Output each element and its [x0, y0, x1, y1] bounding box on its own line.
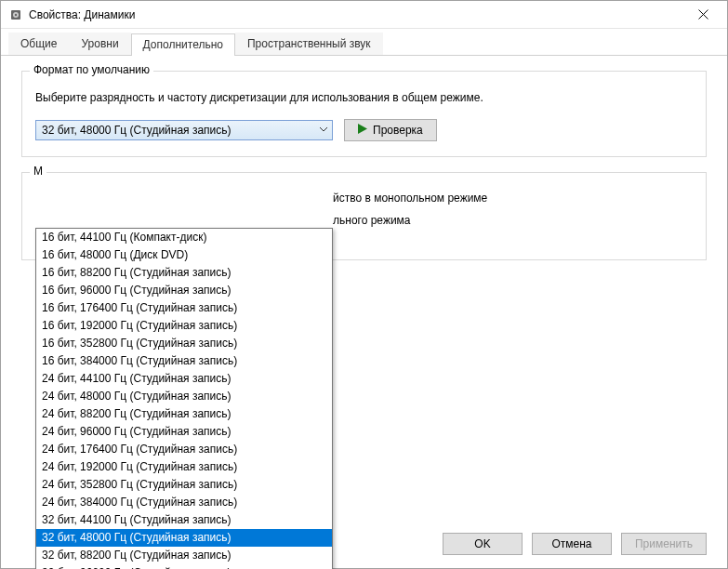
test-button-label: Проверка	[373, 124, 423, 137]
format-option[interactable]: 24 бит, 384000 Гц (Студийная запись)	[36, 494, 332, 511]
test-button[interactable]: Проверка	[344, 119, 437, 141]
format-option[interactable]: 16 бит, 44100 Гц (Компакт-диск)	[36, 229, 332, 246]
speaker-icon	[8, 7, 23, 22]
format-option[interactable]: 24 бит, 176400 Гц (Студийная запись)	[36, 441, 332, 458]
format-option[interactable]: 16 бит, 384000 Гц (Студийная запись)	[36, 352, 332, 370]
title-bar: Свойства: Динамики	[1, 1, 727, 29]
format-option[interactable]: 16 бит, 48000 Гц (Диск DVD)	[36, 246, 332, 264]
window-title: Свойства: Динамики	[29, 8, 684, 21]
tab-general[interactable]: Общие	[8, 33, 69, 55]
default-format-title: Формат по умолчанию	[30, 63, 153, 76]
format-selected-value: 32 бит, 48000 Гц (Студийная запись)	[36, 124, 315, 137]
exclusive-mode-title: М	[30, 165, 46, 178]
exclusive-priority-label: льного режима	[333, 214, 411, 227]
exclusive-allow-row[interactable]: йство в монопольном режиме	[333, 192, 693, 205]
tab-content: Формат по умолчанию Выберите разрядность…	[1, 56, 727, 568]
default-format-description: Выберите разрядность и частоту дискретиз…	[35, 90, 693, 106]
format-option[interactable]: 16 бит, 96000 Гц (Студийная запись)	[36, 282, 332, 299]
exclusive-allow-label: йство в монопольном режиме	[333, 192, 487, 205]
tabs: Общие Уровни Дополнительно Пространствен…	[1, 29, 727, 56]
default-format-group: Формат по умолчанию Выберите разрядность…	[21, 71, 707, 157]
format-option[interactable]: 24 бит, 96000 Гц (Студийная запись)	[36, 423, 332, 441]
format-option[interactable]: 24 бит, 44100 Гц (Студийная запись)	[36, 370, 332, 388]
format-option[interactable]: 24 бит, 88200 Гц (Студийная запись)	[36, 405, 332, 423]
cancel-button[interactable]: Отмена	[532, 533, 612, 555]
svg-point-2	[15, 13, 17, 15]
format-option[interactable]: 24 бит, 48000 Гц (Студийная запись)	[36, 388, 332, 405]
close-button[interactable]	[684, 2, 721, 28]
format-option[interactable]: 16 бит, 176400 Гц (Студийная запись)	[36, 299, 332, 317]
format-option[interactable]: 32 бит, 96000 Гц (Студийная запись)	[36, 564, 332, 569]
exclusive-priority-row[interactable]: льного режима	[333, 214, 693, 227]
format-row: 32 бит, 48000 Гц (Студийная запись) Пров…	[35, 119, 693, 141]
tab-spatial-sound[interactable]: Пространственный звук	[235, 33, 383, 55]
format-option[interactable]: 24 бит, 352800 Гц (Студийная запись)	[36, 476, 332, 494]
tab-levels[interactable]: Уровни	[69, 33, 130, 55]
format-option[interactable]: 32 бит, 88200 Гц (Студийная запись)	[36, 547, 332, 564]
ok-button[interactable]: OK	[443, 533, 523, 555]
chevron-down-icon	[315, 121, 332, 139]
format-option[interactable]: 32 бит, 44100 Гц (Студийная запись)	[36, 511, 332, 529]
apply-button[interactable]: Применить	[621, 533, 707, 555]
format-option[interactable]: 16 бит, 192000 Гц (Студийная запись)	[36, 317, 332, 335]
properties-window: Свойства: Динамики Общие Уровни Дополнит…	[0, 0, 728, 569]
format-dropdown-list[interactable]: 16 бит, 44100 Гц (Компакт-диск)16 бит, 4…	[35, 228, 333, 569]
format-combobox[interactable]: 32 бит, 48000 Гц (Студийная запись)	[35, 120, 333, 140]
format-option[interactable]: 32 бит, 48000 Гц (Студийная запись)	[36, 529, 332, 547]
dialog-buttons: OK Отмена Применить	[443, 533, 707, 555]
tab-advanced[interactable]: Дополнительно	[131, 33, 235, 56]
format-option[interactable]: 16 бит, 88200 Гц (Студийная запись)	[36, 264, 332, 282]
format-option[interactable]: 24 бит, 192000 Гц (Студийная запись)	[36, 458, 332, 476]
format-option[interactable]: 16 бит, 352800 Гц (Студийная запись)	[36, 335, 332, 352]
play-icon	[358, 124, 367, 137]
